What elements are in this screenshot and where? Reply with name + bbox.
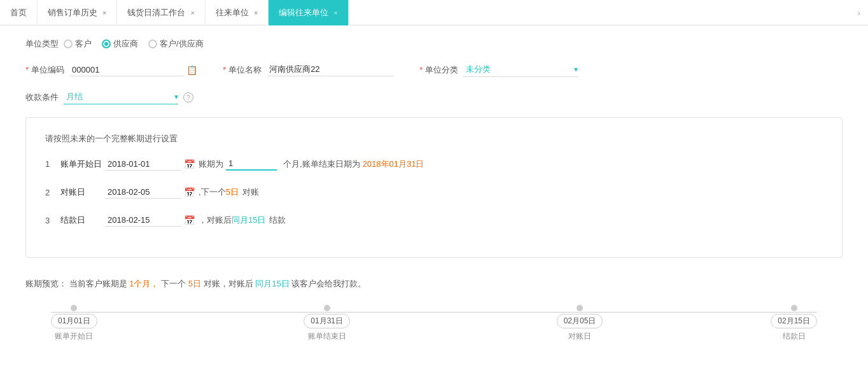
unit-category-arrow[interactable]: ▾ bbox=[574, 65, 578, 74]
period-row-2-highlight: 5日 bbox=[226, 186, 239, 198]
unit-fields-row: * 单位编码 📋 * 单位名称 * 单位分类 未分类 ▾ bbox=[25, 62, 843, 77]
tab-contacts-label: 往来单位 bbox=[216, 7, 249, 18]
preview-label: 账期预览： bbox=[25, 279, 67, 288]
period-row-1-calendar[interactable]: 📅 bbox=[184, 159, 195, 169]
timeline-wrapper: 01月01日 账单开始日 01月31日 账单结束日 02月05日 对账日 bbox=[25, 305, 843, 343]
radio-customer-label: 客户 bbox=[75, 38, 92, 50]
timeline-badge-1: 01月01日 bbox=[51, 314, 97, 328]
payment-terms-arrow[interactable]: ▾ bbox=[174, 92, 178, 101]
unit-name-group: * 单位名称 bbox=[223, 64, 394, 76]
timeline-label-4: 结款日 bbox=[783, 331, 806, 342]
timeline-dot-2 bbox=[324, 305, 330, 311]
payment-terms-label: 收款条件 bbox=[25, 92, 59, 103]
period-row-3-label: 结款日 bbox=[60, 215, 105, 226]
unit-category-group: * 单位分类 未分类 ▾ bbox=[419, 62, 578, 77]
timeline-label-1: 账单开始日 bbox=[55, 331, 93, 342]
period-months-input[interactable] bbox=[226, 157, 277, 171]
preview-highlight3: 同月15日 bbox=[255, 279, 289, 288]
unit-category-select[interactable]: 未分类 ▾ bbox=[463, 62, 578, 77]
unit-code-icon[interactable]: 📋 bbox=[186, 65, 197, 75]
timeline-dot-3 bbox=[577, 305, 583, 311]
preview-highlight2: 5日 bbox=[188, 279, 201, 288]
radio-customer-supplier[interactable]: 客户/供应商 bbox=[148, 38, 204, 50]
unit-code-input[interactable] bbox=[69, 64, 184, 76]
period-row-2-label: 对账日 bbox=[60, 186, 105, 198]
radio-customer-supplier-circle bbox=[148, 39, 157, 48]
preview-text4: 该客户会给我打款。 bbox=[291, 279, 366, 288]
tab-cash-work[interactable]: 钱货日清工作台 × bbox=[117, 0, 205, 25]
timeline-badge-3: 02月05日 bbox=[557, 314, 603, 328]
timeline-badge-2: 01月31日 bbox=[304, 314, 350, 328]
timeline-label-2: 账单结束日 bbox=[308, 331, 346, 342]
tab-sales-history-label: 销售订单历史 bbox=[48, 7, 97, 18]
period-row-3-suffix: 结款 bbox=[269, 215, 286, 226]
timeline-dot-4 bbox=[791, 305, 797, 311]
period-row-3-num: 3 bbox=[45, 216, 60, 225]
payment-terms-value: 月结 bbox=[64, 90, 174, 104]
period-row-1-label: 账单开始日 bbox=[60, 158, 105, 170]
period-row-2-suffix: 对账 bbox=[242, 186, 259, 198]
period-box-title: 请按照未来的一个完整帐期进行设置 bbox=[45, 133, 823, 144]
period-row-3-calendar[interactable]: 📅 bbox=[184, 215, 195, 225]
period-row-1: 1 账单开始日 📅 账期为 个月,账单结束日期为 2018年01月31日 bbox=[45, 157, 823, 171]
timeline-point-1: 01月01日 账单开始日 bbox=[51, 305, 97, 342]
period-row-2-date[interactable] bbox=[105, 186, 181, 199]
timeline-point-2: 01月31日 账单结束日 bbox=[304, 305, 350, 342]
period-row-2-calendar[interactable]: 📅 bbox=[184, 187, 195, 197]
radio-supplier-circle bbox=[102, 39, 111, 48]
preview-text3: 对账，对账后 bbox=[204, 279, 253, 288]
tab-scroll-right[interactable]: › bbox=[850, 0, 868, 25]
preview-section: 账期预览： 当前客户账期是 1个月， 下一个 5日 对账，对账后 同月15日 该… bbox=[25, 268, 843, 348]
tab-home-label: 首页 bbox=[10, 7, 27, 18]
unit-name-label: 单位名称 bbox=[228, 64, 262, 76]
radio-supplier-label: 供应商 bbox=[113, 38, 138, 50]
tab-home[interactable]: 首页 bbox=[0, 0, 38, 25]
tab-edit-contacts-label: 编辑往来单位 bbox=[279, 7, 328, 18]
help-icon[interactable]: ? bbox=[183, 92, 193, 102]
unit-type-label: 单位类型 bbox=[25, 38, 59, 50]
tab-cash-work-label: 钱货日清工作台 bbox=[127, 7, 185, 18]
unit-type-row: 单位类型 客户 供应商 客户/供应商 bbox=[25, 38, 843, 50]
preview-highlight1: 1个月， bbox=[129, 279, 158, 288]
radio-supplier[interactable]: 供应商 bbox=[102, 38, 138, 50]
payment-terms-select[interactable]: 月结 ▾ bbox=[64, 90, 178, 104]
arrow-right-icon: › bbox=[857, 8, 860, 18]
period-row-3-prefix: ，对账后 bbox=[199, 215, 232, 226]
timeline-dot-1 bbox=[71, 305, 77, 311]
period-row-1-months-label: 个月,账单结束日期为 bbox=[283, 158, 360, 170]
timeline-line bbox=[51, 312, 817, 313]
timeline-point-3: 02月05日 对账日 bbox=[557, 305, 603, 342]
unit-category-star: * bbox=[419, 65, 423, 74]
timeline-badge-4: 02月15日 bbox=[771, 314, 817, 328]
payment-terms-row: 收款条件 月结 ▾ ? bbox=[25, 90, 843, 104]
unit-type-radio-group: 客户 供应商 客户/供应商 bbox=[64, 38, 204, 50]
period-settings-box: 请按照未来的一个完整帐期进行设置 1 账单开始日 📅 账期为 个月,账单结束日期… bbox=[25, 117, 843, 258]
unit-category-value: 未分类 bbox=[463, 62, 574, 76]
tab-edit-contacts-close[interactable]: × bbox=[333, 9, 337, 17]
tab-sales-history[interactable]: 销售订单历史 × bbox=[38, 0, 117, 25]
period-row-2-num: 2 bbox=[45, 188, 60, 197]
radio-customer[interactable]: 客户 bbox=[64, 38, 92, 50]
period-row-3-date[interactable] bbox=[105, 214, 181, 227]
period-row-3-highlight: 同月15日 bbox=[232, 215, 265, 226]
unit-name-input[interactable] bbox=[267, 64, 394, 76]
main-content: 单位类型 客户 供应商 客户/供应商 * 单位编码 📋 * 单位名称 bbox=[0, 25, 868, 387]
tabs-bar: 首页 销售订单历史 × 钱货日清工作台 × 往来单位 × 编辑往来单位 × › bbox=[0, 0, 868, 25]
preview-prefix: 当前客户账期是 bbox=[69, 279, 127, 288]
period-row-1-num: 1 bbox=[45, 159, 60, 169]
radio-customer-supplier-label: 客户/供应商 bbox=[160, 38, 204, 50]
tab-contacts[interactable]: 往来单位 × bbox=[206, 0, 269, 25]
tab-edit-contacts[interactable]: 编辑往来单位 × bbox=[269, 0, 348, 25]
period-row-1-prefix: 账期为 bbox=[199, 158, 223, 170]
tab-contacts-close[interactable]: × bbox=[254, 9, 258, 17]
unit-name-star: * bbox=[223, 65, 226, 74]
timeline: 01月01日 账单开始日 01月31日 账单结束日 02月05日 对账日 bbox=[51, 305, 817, 343]
timeline-label-3: 对账日 bbox=[568, 331, 591, 342]
tab-sales-history-close[interactable]: × bbox=[102, 9, 106, 17]
radio-customer-circle bbox=[64, 39, 73, 48]
unit-code-star: * bbox=[25, 65, 29, 74]
tab-cash-work-close[interactable]: × bbox=[190, 9, 194, 17]
period-row-2-prefix: ,下一个 bbox=[199, 186, 226, 198]
period-row-1-date[interactable] bbox=[105, 158, 181, 171]
timeline-point-4: 02月15日 结款日 bbox=[771, 305, 817, 342]
